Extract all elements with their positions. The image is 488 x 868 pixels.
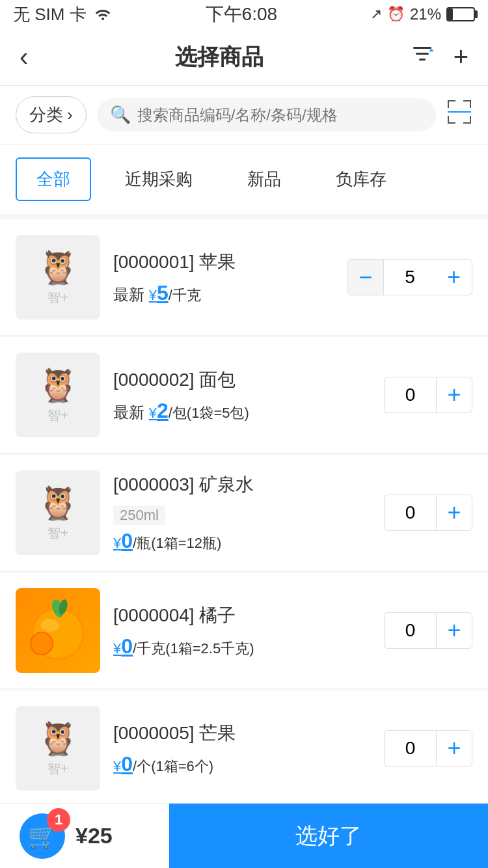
product-name-4: [0000005] 芒果 — [113, 721, 371, 746]
svg-marker-3 — [429, 49, 434, 51]
status-bar: 无 SIM 卡 下午6:08 ↗ ⏰ 21% — [0, 0, 488, 29]
tab-bar: 全部 近期采购 新品 负库存 — [0, 144, 488, 219]
carrier-label: 无 SIM 卡 — [13, 3, 87, 26]
qty-control-2: + — [384, 495, 472, 531]
add-button[interactable]: + — [454, 42, 468, 72]
status-right: ↗ ⏰ 21% — [370, 5, 475, 23]
list-item: 🦉 智+ [0000005] 芒果 ¥0/个(1箱=6个) + — [0, 690, 488, 807]
product-image-3 — [16, 588, 100, 673]
qty-input-0[interactable] — [384, 259, 436, 295]
product-info-2: [0000003] 矿泉水 250ml ¥0/瓶(1箱=12瓶) — [113, 472, 371, 553]
qty-control-4: + — [384, 730, 472, 766]
qty-input-2[interactable] — [384, 495, 436, 531]
product-price-4: ¥0/个(1箱=6个) — [113, 752, 371, 776]
back-button[interactable]: ‹ — [20, 42, 28, 72]
filter-icon[interactable] — [411, 42, 434, 72]
nav-right-actions: + — [411, 42, 468, 72]
search-input-wrap: 🔍 — [97, 98, 436, 131]
qty-input-3[interactable] — [384, 612, 436, 649]
search-bar: 分类 › 🔍 — [0, 86, 488, 144]
qty-plus-button-4[interactable]: + — [436, 730, 472, 766]
product-image-2: 🦉 智+ — [16, 470, 100, 555]
svg-rect-2 — [419, 59, 426, 61]
qty-control-0: − + — [347, 259, 472, 295]
bottom-bar: 🛒 1 ¥25 选好了 — [0, 803, 488, 868]
battery-percent: 21% — [410, 5, 441, 23]
product-image-1: 🦉 智+ — [16, 353, 100, 437]
svg-rect-1 — [416, 53, 429, 55]
product-info-4: [0000005] 芒果 ¥0/个(1箱=6个) — [113, 721, 371, 776]
time-label: 下午6:08 — [206, 2, 278, 27]
tab-recent[interactable]: 近期采购 — [104, 157, 213, 201]
qty-control-3: + — [384, 612, 472, 649]
list-item: 🦉 智+ [0000001] 苹果 最新 ¥5/千克 − + — [0, 219, 488, 336]
product-name-0: [0000001] 苹果 — [113, 250, 334, 275]
wifi-icon — [93, 5, 113, 25]
product-info-0: [0000001] 苹果 最新 ¥5/千克 — [113, 250, 334, 305]
placeholder-owl-icon: 🦉 — [38, 366, 78, 404]
cart-total: ¥25 — [75, 823, 113, 848]
product-price-3: ¥0/千克(1箱=2.5千克) — [113, 634, 371, 658]
qty-plus-button-2[interactable]: + — [436, 495, 472, 531]
product-price-2: ¥0/瓶(1箱=12瓶) — [113, 529, 371, 553]
svg-point-15 — [41, 619, 59, 632]
tab-all[interactable]: 全部 — [16, 157, 91, 201]
cart-area: 🛒 1 ¥25 — [0, 813, 169, 859]
cart-badge: 1 — [47, 808, 70, 832]
category-button[interactable]: 分类 › — [16, 96, 87, 133]
product-spec-2: 250ml — [113, 506, 165, 525]
svg-point-17 — [31, 633, 52, 654]
category-label: 分类 — [29, 103, 63, 126]
product-name-1: [0000002] 面包 — [113, 368, 371, 392]
product-name-3: [0000004] 橘子 — [113, 603, 371, 628]
qty-plus-button-1[interactable]: + — [436, 377, 472, 413]
list-item: 🦉 智+ [0000002] 面包 最新 ¥2/包(1袋=5包) + — [0, 337, 488, 454]
product-price-1: 最新 ¥2/包(1袋=5包) — [113, 399, 371, 423]
product-info-1: [0000002] 面包 最新 ¥2/包(1袋=5包) — [113, 368, 371, 423]
qty-plus-button-3[interactable]: + — [436, 612, 472, 649]
scan-icon[interactable] — [446, 99, 472, 131]
status-left: 无 SIM 卡 — [13, 3, 113, 26]
category-chevron: › — [67, 105, 73, 125]
svg-rect-0 — [413, 47, 431, 49]
placeholder-owl-icon: 🦉 — [38, 720, 78, 757]
tab-negative[interactable]: 负库存 — [315, 157, 407, 201]
qty-control-1: + — [384, 377, 472, 413]
list-item: 🦉 智+ [0000003] 矿泉水 250ml ¥0/瓶(1箱=12瓶) + — [0, 455, 488, 571]
nav-bar: ‹ 选择商品 + — [0, 29, 488, 86]
product-image-4: 🦉 智+ — [16, 706, 100, 791]
product-list: 🦉 智+ [0000001] 苹果 最新 ¥5/千克 − + 🦉 智+ [000… — [0, 219, 488, 868]
cart-button[interactable]: 🛒 1 — [20, 813, 65, 859]
placeholder-owl-icon: 🦉 — [38, 484, 78, 522]
location-icon: ↗ — [370, 6, 382, 23]
qty-input-4[interactable] — [384, 730, 436, 766]
confirm-button[interactable]: 选好了 — [169, 804, 488, 868]
product-price-0: 最新 ¥5/千克 — [113, 281, 334, 305]
svg-rect-12 — [448, 111, 471, 113]
product-name-2: [0000003] 矿泉水 — [113, 472, 371, 497]
svg-rect-11 — [470, 116, 471, 124]
tab-new[interactable]: 新品 — [226, 157, 302, 201]
svg-rect-5 — [448, 100, 449, 108]
battery-icon — [446, 7, 475, 21]
qty-input-1[interactable] — [384, 377, 436, 413]
qty-plus-button-0[interactable]: + — [436, 259, 472, 295]
search-input[interactable] — [137, 106, 423, 124]
alarm-icon: ⏰ — [387, 6, 405, 23]
product-info-3: [0000004] 橘子 ¥0/千克(1箱=2.5千克) — [113, 603, 371, 658]
product-image-0: 🦉 智+ — [16, 235, 100, 319]
placeholder-owl-icon: 🦉 — [38, 249, 78, 286]
qty-minus-button-0[interactable]: − — [347, 259, 384, 295]
page-title: 选择商品 — [175, 42, 264, 72]
search-icon: 🔍 — [110, 105, 131, 125]
svg-rect-9 — [448, 116, 449, 124]
svg-rect-7 — [470, 100, 471, 108]
list-item: [0000004] 橘子 ¥0/千克(1箱=2.5千克) + — [0, 573, 488, 689]
